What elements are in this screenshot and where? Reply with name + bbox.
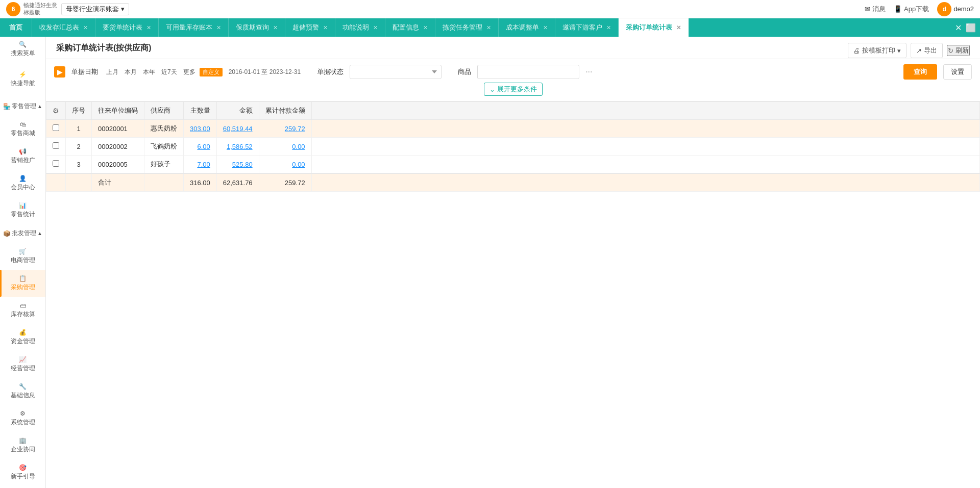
tab-config[interactable]: 配置信息 ✕ (385, 18, 435, 37)
more-dots[interactable]: ··· (585, 67, 592, 76)
col-index: 序号 (66, 102, 92, 120)
sidebar-item-system[interactable]: ⚙ 系统管理 (0, 405, 45, 432)
close-icon[interactable]: ✕ (323, 24, 328, 31)
inventory-icon: 🗃 (20, 302, 26, 309)
row-qty[interactable]: 303.00 (184, 120, 217, 138)
row-qty[interactable]: 7.00 (184, 156, 217, 174)
user-area[interactable]: d demo2 (937, 2, 974, 16)
close-icon[interactable]: ✕ (486, 24, 491, 31)
sidebar-item-member[interactable]: 👤 会员中心 (0, 170, 45, 197)
tab-receive[interactable]: 收发存汇总表 ✕ (32, 18, 95, 37)
table-body: 1 00020001 惠氏奶粉 303.00 60,519.44 259.72 … (46, 120, 980, 174)
checkbox[interactable] (53, 124, 59, 131)
status-select[interactable] (350, 65, 442, 79)
close-icon[interactable]: ✕ (273, 24, 278, 31)
tab-purchase-stat[interactable]: 采购订单统计表 ✕ (619, 18, 689, 37)
tab-requisition[interactable]: 要货单统计表 ✕ (95, 18, 159, 37)
tab-close-button[interactable]: ✕ (955, 23, 962, 33)
tab-picking[interactable]: 拣货任务管理 ✕ (435, 18, 499, 37)
header-buttons: 🖨 按模板打印 ▾ ↗ 导出 ↻ 刷新 (848, 43, 970, 58)
tab-funcinfo[interactable]: 功能说明 ✕ (335, 18, 385, 37)
print-button[interactable]: 🖨 按模板打印 ▾ (848, 43, 906, 58)
footer-spacer (311, 173, 979, 192)
col-unit-code: 往来单位编码 (92, 102, 144, 120)
expand-more-button[interactable]: ⌄ 展开更多条件 (484, 83, 543, 96)
sidebar-item-newguide[interactable]: 🎯 新手引导 (0, 459, 45, 486)
workspace-selector[interactable]: 母婴行业演示账套 ▾ (61, 3, 129, 15)
sidebar-item-operation[interactable]: 📈 经营管理 (0, 351, 45, 378)
filter-section: ▶ 单据日期 上月 本月 本年 近7天 更多 自定义 2016-01-01 至 … (46, 59, 980, 101)
row-qty[interactable]: 6.00 (184, 138, 217, 156)
date-label: 单据日期 (71, 67, 98, 76)
tab-expiry[interactable]: 保质期查询 ✕ (229, 18, 285, 37)
custom-tag[interactable]: 自定义 (200, 68, 223, 76)
user-name[interactable]: demo2 (953, 5, 974, 13)
goods-input[interactable] (477, 65, 579, 79)
row-checkbox[interactable] (46, 120, 66, 138)
close-icon[interactable]: ✕ (83, 24, 88, 31)
close-icon[interactable]: ✕ (146, 24, 151, 31)
sidebar-item-appcenter[interactable]: 📱 应用中心 (0, 486, 45, 488)
row-amount[interactable]: 60,519.44 (216, 120, 259, 138)
shortcut-last-month[interactable]: 上月 (104, 67, 120, 77)
shortcut-7days[interactable]: 近7天 (159, 67, 179, 77)
close-icon[interactable]: ✕ (606, 24, 611, 31)
row-amount[interactable]: 525.80 (216, 156, 259, 174)
tab-maximize-button[interactable]: ⬜ (966, 23, 976, 33)
row-amount[interactable]: 1,586.52 (216, 138, 259, 156)
row-spacer (311, 138, 979, 156)
close-icon[interactable]: ✕ (676, 24, 681, 31)
sidebar-item-ecommerce[interactable]: 🛒 电商管理 (0, 243, 45, 270)
filter-row: ▶ 单据日期 上月 本月 本年 近7天 更多 自定义 2016-01-01 至 … (54, 64, 972, 80)
settings-gear-icon[interactable]: ⚙ (53, 107, 59, 115)
close-icon[interactable]: ✕ (216, 24, 221, 31)
sidebar-item-search[interactable]: 🔍 搜索英单 (0, 37, 45, 62)
row-paid[interactable]: 0.00 (259, 156, 311, 174)
sidebar-item-purchase[interactable]: 📋 采购管理 (0, 270, 45, 297)
tab-cost[interactable]: 成本调整单 ✕ (499, 18, 555, 37)
row-checkbox[interactable] (46, 156, 66, 174)
filter-toggle-button[interactable]: ▶ (54, 66, 65, 78)
col-settings[interactable]: ⚙ (46, 102, 66, 120)
footer-paid: 259.72 (259, 173, 311, 192)
operation-icon: 📈 (19, 356, 27, 363)
row-paid[interactable]: 259.72 (259, 120, 311, 138)
close-icon[interactable]: ✕ (423, 24, 428, 31)
tab-invite[interactable]: 邀请下游客户 ✕ (555, 18, 619, 37)
sidebar-item-inventory[interactable]: 🗃 库存核算 (0, 297, 45, 324)
sidebar-item-marketing[interactable]: 📢 营销推广 (0, 143, 45, 170)
table-row: 3 00020005 好孩子 7.00 525.80 0.00 (46, 156, 980, 174)
app-download-button[interactable]: 📱 App下载 (894, 5, 929, 14)
footer-label: 合计 (92, 173, 144, 192)
checkbox[interactable] (53, 142, 59, 149)
sidebar-item-wholesale[interactable]: 📦 批发管理 ▲ (0, 224, 45, 243)
close-icon[interactable]: ✕ (543, 24, 548, 31)
sidebar-item-finance[interactable]: 💰 资金管理 (0, 324, 45, 351)
finance-icon: 💰 (19, 329, 27, 336)
export-button[interactable]: ↗ 导出 (911, 43, 943, 58)
sidebar-item-retail-stat[interactable]: 📊 零售统计 (0, 197, 45, 224)
sidebar-item-basic[interactable]: 🔧 基础信息 (0, 378, 45, 405)
query-button[interactable]: 查询 (903, 64, 937, 80)
date-range: 2016-01-01 至 2023-12-31 (229, 68, 301, 76)
tab-home[interactable]: 首页 (0, 18, 32, 37)
refresh-button[interactable]: ↻ 刷新 (947, 45, 970, 56)
shortcut-more[interactable]: 更多 (181, 67, 198, 77)
sidebar-item-retail[interactable]: 🏪 零售管理 ▲ (0, 97, 45, 116)
row-checkbox[interactable] (46, 138, 66, 156)
row-paid[interactable]: 0.00 (259, 138, 311, 156)
close-icon[interactable]: ✕ (373, 24, 378, 31)
sidebar-item-retail-shop[interactable]: 🛍 零售商城 (0, 116, 45, 143)
message-button[interactable]: ✉ 消息 (865, 5, 886, 14)
shortcut-this-month[interactable]: 本月 (122, 67, 139, 77)
shortcut-this-year[interactable]: 本年 (141, 67, 157, 77)
sidebar-item-enterprise[interactable]: 🏢 企业协同 (0, 432, 45, 459)
sidebar-item-quick-nav[interactable]: ⚡ 快捷导航 (0, 66, 45, 93)
logo-area: 6 畅捷通好生意 标题版 (6, 2, 57, 16)
tab-overstock[interactable]: 超储预警 ✕ (285, 18, 335, 37)
tab-available[interactable]: 可用量库存账本 ✕ (159, 18, 229, 37)
status-label: 单据状态 (317, 67, 344, 76)
checkbox[interactable] (53, 160, 59, 167)
settings-button[interactable]: 设置 (943, 64, 972, 80)
row-unit-code: 00020001 (92, 120, 144, 138)
